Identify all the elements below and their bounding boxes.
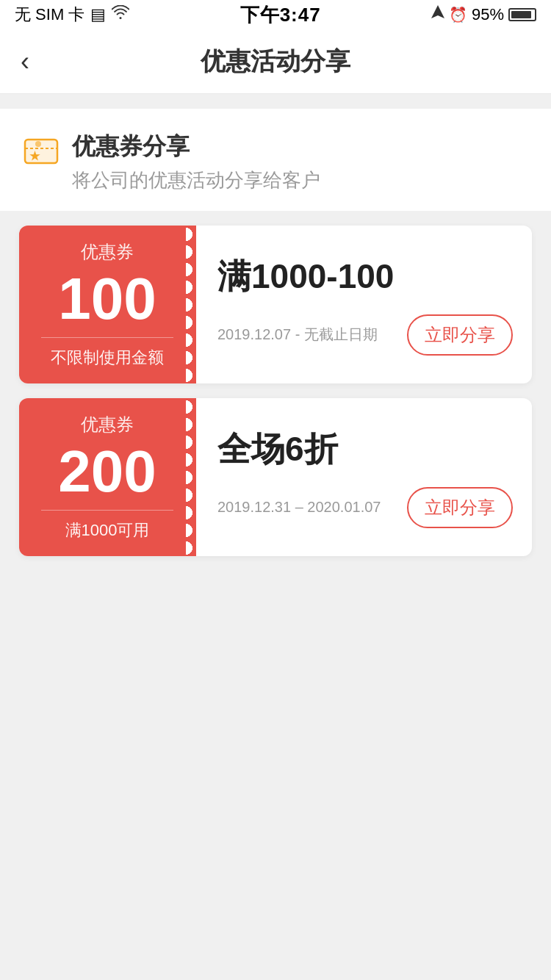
coupon-divider-1 bbox=[41, 337, 173, 338]
location-icon bbox=[431, 5, 444, 24]
back-button[interactable]: ‹ bbox=[21, 46, 29, 77]
carrier-text: 无 SIM 卡 bbox=[15, 4, 84, 26]
coupon-name-1: 满1000-100 bbox=[217, 254, 513, 300]
battery-percentage: 95% bbox=[472, 5, 504, 24]
battery-indicator bbox=[508, 8, 536, 21]
section-subtitle: 将公司的优惠活动分享给客户 bbox=[72, 167, 320, 193]
coupon-left-1: 优惠券 100 不限制使用金额 bbox=[19, 226, 195, 383]
coupon-meta-1: 2019.12.07 - 无截止日期 立即分享 bbox=[217, 314, 513, 356]
coupon-value-2: 200 bbox=[58, 442, 156, 501]
coupon-value-1: 100 bbox=[58, 270, 156, 328]
coupon-condition-1: 不限制使用金额 bbox=[51, 347, 164, 369]
coupon-date-2: 2019.12.31 – 2020.01.07 bbox=[217, 499, 400, 516]
sim-icon: ▤ bbox=[90, 5, 106, 24]
share-button-2[interactable]: 立即分享 bbox=[407, 487, 513, 528]
status-bar: 无 SIM 卡 ▤ 下午3:47 ⏰ 95% bbox=[0, 0, 551, 29]
coupon-right-2: 全场6折 2019.12.31 – 2020.01.07 立即分享 bbox=[195, 398, 532, 556]
coupon-divider-2 bbox=[41, 510, 173, 511]
coupon-left-2: 优惠券 200 满1000可用 bbox=[19, 398, 195, 556]
status-right: ⏰ 95% bbox=[431, 5, 536, 24]
wifi-icon bbox=[112, 5, 129, 24]
status-left: 无 SIM 卡 ▤ bbox=[15, 4, 129, 26]
status-time: 下午3:47 bbox=[240, 2, 321, 28]
coupon-label-2: 优惠券 bbox=[81, 413, 134, 436]
coupon-condition-2: 满1000可用 bbox=[65, 519, 150, 541]
coupon-card-1: 优惠券 100 不限制使用金额 满1000-100 2019.12.07 - 无… bbox=[19, 226, 532, 383]
section-info: 优惠券分享 将公司的优惠活动分享给客户 bbox=[72, 131, 320, 193]
coupon-list: 优惠券 100 不限制使用金额 满1000-100 2019.12.07 - 无… bbox=[0, 211, 551, 578]
gray-background bbox=[0, 578, 551, 945]
coupon-share-icon: ★ bbox=[22, 132, 60, 170]
alarm-icon: ⏰ bbox=[449, 6, 467, 24]
coupon-label-1: 优惠券 bbox=[81, 240, 134, 264]
page-title: 优惠活动分享 bbox=[201, 45, 350, 79]
coupon-meta-2: 2019.12.31 – 2020.01.07 立即分享 bbox=[217, 487, 513, 528]
nav-bar: ‹ 优惠活动分享 bbox=[0, 29, 551, 94]
svg-text:★: ★ bbox=[29, 150, 40, 162]
svg-point-2 bbox=[35, 141, 41, 147]
coupon-card-2: 优惠券 200 满1000可用 全场6折 2019.12.31 – 2020.0… bbox=[19, 398, 532, 556]
coupon-date-1: 2019.12.07 - 无截止日期 bbox=[217, 325, 400, 345]
section-title: 优惠券分享 bbox=[72, 131, 320, 163]
coupon-name-2: 全场6折 bbox=[217, 427, 513, 472]
share-button-1[interactable]: 立即分享 bbox=[407, 314, 513, 356]
coupon-right-1: 满1000-100 2019.12.07 - 无截止日期 立即分享 bbox=[195, 226, 532, 383]
section-header: ★ 优惠券分享 将公司的优惠活动分享给客户 bbox=[0, 109, 551, 211]
